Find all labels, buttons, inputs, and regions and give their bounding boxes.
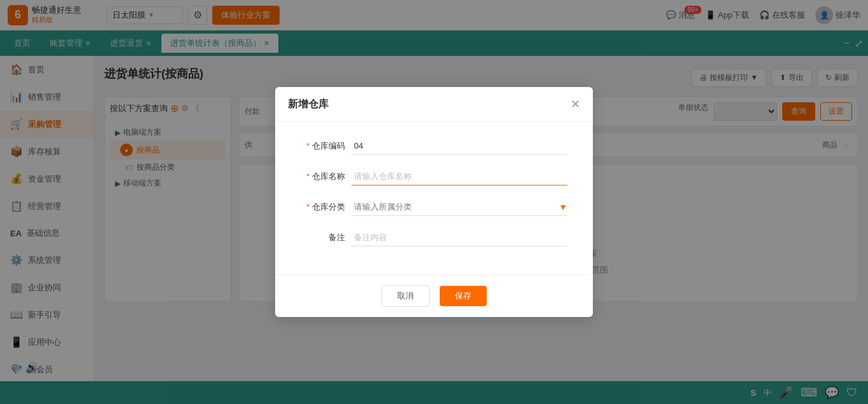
category-label: 仓库分类 bbox=[301, 201, 351, 213]
add-warehouse-dialog: 新增仓库 ✕ 仓库编码 仓库名称 仓库分类 ▼ bbox=[275, 87, 593, 317]
save-button[interactable]: 保存 bbox=[440, 286, 487, 306]
form-row-code: 仓库编码 bbox=[301, 137, 567, 155]
name-input[interactable] bbox=[351, 168, 567, 185]
form-row-name: 仓库名称 bbox=[301, 168, 567, 185]
category-input[interactable] bbox=[351, 198, 559, 215]
modal-overlay[interactable]: 新增仓库 ✕ 仓库编码 仓库名称 仓库分类 ▼ bbox=[0, 0, 868, 404]
dialog-body: 仓库编码 仓库名称 仓库分类 ▼ 备注 bbox=[275, 122, 593, 274]
code-label: 仓库编码 bbox=[301, 140, 351, 152]
dialog-title: 新增仓库 bbox=[288, 98, 329, 111]
remark-input[interactable] bbox=[351, 229, 567, 246]
remark-label: 备注 bbox=[301, 232, 351, 243]
form-row-category: 仓库分类 ▼ bbox=[301, 198, 567, 216]
dialog-footer: 取消 保存 bbox=[275, 274, 593, 317]
dialog-close-icon[interactable]: ✕ bbox=[571, 97, 580, 111]
category-dropdown-icon[interactable]: ▼ bbox=[559, 202, 567, 212]
category-select-wrap: ▼ bbox=[351, 198, 567, 216]
name-label: 仓库名称 bbox=[301, 171, 351, 182]
form-row-remark: 备注 bbox=[301, 229, 567, 246]
cancel-button[interactable]: 取消 bbox=[381, 285, 430, 307]
dialog-header: 新增仓库 ✕ bbox=[275, 87, 593, 122]
code-input[interactable] bbox=[351, 137, 567, 155]
